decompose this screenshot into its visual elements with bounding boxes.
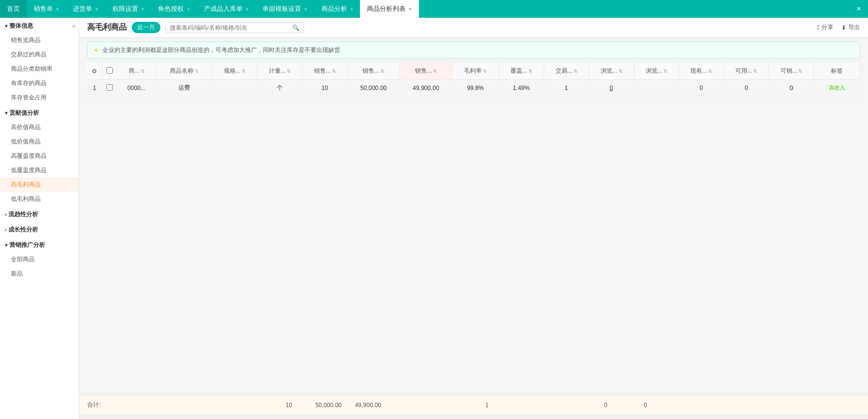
col-stock-sell[interactable]: 可销... ⇅ bbox=[769, 63, 814, 80]
sidebar-item-sales-goods[interactable]: 销售览商品 bbox=[0, 33, 79, 47]
sidebar-item-traded-goods[interactable]: 交易过的商品 bbox=[0, 47, 79, 62]
nav-permission[interactable]: 权限设置 × bbox=[105, 0, 151, 18]
footer-cell-placeholder3 bbox=[190, 402, 229, 409]
sidebar-item-category-rate[interactable]: 商品分类助销率 bbox=[0, 62, 79, 76]
row-checkbox[interactable] bbox=[106, 84, 113, 91]
nav-analysis-list[interactable]: 商品分析列表 × bbox=[360, 0, 418, 18]
close-analysis-list-tab[interactable]: × bbox=[408, 6, 411, 12]
footer-sales-amt: 50,000.00 bbox=[308, 402, 348, 409]
footer-cell-placeholder4 bbox=[229, 402, 269, 409]
col-unit[interactable]: 计量... ⇅ bbox=[257, 63, 302, 80]
sidebar-group-marketing[interactable]: ▾ 营销推广分析 bbox=[0, 237, 79, 252]
sort-stock-sell-icon: ⇅ bbox=[798, 68, 802, 74]
sort-name-icon: ⇅ bbox=[195, 68, 199, 74]
search-icon[interactable]: 🔍 bbox=[292, 24, 300, 31]
col-sales-qty[interactable]: 销售... ⇅ bbox=[302, 63, 347, 80]
cell-stock-avail: 0 bbox=[724, 80, 769, 96]
nav-analysis[interactable]: 商品分析 × bbox=[314, 0, 360, 18]
group-arrow-overview: ▾ bbox=[5, 23, 7, 29]
nav-sales[interactable]: 销售单 × bbox=[27, 0, 66, 18]
cell-sales-amt: 50,000.00 bbox=[347, 80, 400, 96]
table-header-row: ⚙ 商... ⇅ 商品名称 bbox=[87, 63, 860, 80]
cell-sales-cost: 49,900.00 bbox=[400, 80, 452, 96]
sidebar-item-new-goods[interactable]: 新品 bbox=[0, 267, 79, 281]
sidebar-item-low-value[interactable]: 低价值商品 bbox=[0, 135, 79, 149]
sort-coverage-icon: ⇅ bbox=[528, 68, 532, 74]
sidebar-group-growth[interactable]: › 成长性分析 bbox=[0, 222, 79, 237]
content-header: 高毛利商品 近一月 🔍 ⤴ 分享 ⬇ 导出 bbox=[79, 18, 868, 38]
col-sales-cost[interactable]: 销售... ⇅ bbox=[400, 63, 452, 80]
sidebar-item-high-margin[interactable]: 高毛利商品 bbox=[0, 178, 79, 192]
sort-stock-avail-icon: ⇅ bbox=[753, 68, 757, 74]
sidebar-item-high-coverage[interactable]: 高覆盖度商品 bbox=[0, 149, 79, 163]
close-product-stock-tab[interactable]: × bbox=[246, 6, 249, 12]
gear-icon: ⚙ bbox=[92, 68, 97, 75]
sidebar-group-contribution[interactable]: ▾ 贡献值分析 bbox=[0, 105, 79, 120]
sort-sales-cost-icon: ⇅ bbox=[433, 68, 437, 74]
sort-sales-amt-icon: ⇅ bbox=[380, 68, 384, 74]
group-arrow-growth: › bbox=[5, 227, 6, 233]
nav-product-stock[interactable]: 产成品入库单 × bbox=[197, 0, 255, 18]
cell-num: 1 bbox=[87, 80, 102, 96]
bottom-scrollbar[interactable] bbox=[79, 414, 868, 419]
select-all-checkbox[interactable] bbox=[106, 67, 113, 74]
close-sales-tab[interactable]: × bbox=[56, 6, 59, 12]
cell-browse1[interactable]: 0 bbox=[589, 80, 634, 96]
export-button[interactable]: ⬇ 导出 bbox=[841, 23, 860, 32]
footer-cell-placeholder2 bbox=[150, 402, 190, 409]
close-role-tab[interactable]: × bbox=[187, 6, 190, 12]
col-code[interactable]: 商... ⇅ bbox=[117, 63, 156, 80]
sidebar-item-low-coverage[interactable]: 低覆盖度商品 bbox=[0, 163, 79, 178]
sidebar-group-overview[interactable]: ▾ 整体信息 bbox=[0, 18, 79, 33]
info-banner: ✦ 企业的主要的利润都是这部分商品创造的，可考虑加大推广，同时关注库存是不要出现… bbox=[87, 42, 860, 59]
sort-stock-actual-icon: ⇅ bbox=[708, 68, 712, 74]
col-browse1[interactable]: 浏览... ⇅ bbox=[589, 63, 634, 80]
sidebar-item-stock-capital[interactable]: 库存资金占用 bbox=[0, 91, 79, 105]
close-template-tab[interactable]: × bbox=[304, 6, 307, 12]
footer-cell-placeholder1 bbox=[110, 402, 150, 409]
filter-recent-month[interactable]: 近一月 bbox=[132, 22, 160, 33]
col-name[interactable]: 商品名称 ⇅ bbox=[156, 63, 212, 80]
sidebar-item-high-value[interactable]: 高价值商品 bbox=[0, 120, 79, 135]
sidebar-group-trend[interactable]: › 流趋性分析 bbox=[0, 206, 79, 222]
close-purchase-tab[interactable]: × bbox=[95, 6, 98, 12]
sort-browse1-icon: ⇅ bbox=[618, 68, 622, 74]
close-analysis-tab[interactable]: × bbox=[350, 6, 353, 12]
sort-transactions-icon: ⇅ bbox=[573, 68, 577, 74]
share-icon: ⤴ bbox=[817, 24, 819, 31]
sidebar-item-in-stock[interactable]: 有库存的商品 bbox=[0, 76, 79, 91]
nav-global-close[interactable]: × bbox=[850, 4, 868, 13]
close-permission-tab[interactable]: × bbox=[141, 6, 144, 12]
col-gross-rate[interactable]: 毛利率 ⇅ bbox=[452, 63, 499, 80]
cell-tag: 高收入 bbox=[814, 80, 860, 96]
col-coverage[interactable]: 覆盖... ⇅ bbox=[499, 63, 544, 80]
group-arrow-marketing: ▾ bbox=[5, 242, 7, 248]
nav-role[interactable]: 角色授权 × bbox=[151, 0, 197, 18]
search-input[interactable] bbox=[170, 24, 290, 31]
col-sales-amt[interactable]: 销售... ⇅ bbox=[347, 63, 400, 80]
col-checkbox bbox=[102, 63, 117, 80]
footer-placeholder7 bbox=[507, 402, 546, 409]
data-table-container[interactable]: ⚙ 商... ⇅ 商品名称 bbox=[87, 63, 860, 395]
share-button[interactable]: ⤴ 分享 bbox=[817, 23, 833, 32]
footer-total: 合计: 10 50,000.00 49,900.00 1 0 0 bbox=[79, 395, 868, 414]
col-browse2[interactable]: 浏览... ⇅ bbox=[634, 63, 679, 80]
nav-home[interactable]: 首页 bbox=[0, 0, 27, 18]
col-stock-actual[interactable]: 现有... ⇅ bbox=[679, 63, 724, 80]
footer-placeholder6 bbox=[427, 402, 467, 409]
col-stock-avail[interactable]: 可用... ⇅ bbox=[724, 63, 769, 80]
nav-purchase[interactable]: 进货单 × bbox=[66, 0, 105, 18]
sidebar: « ▾ 整体信息 销售览商品 交易过的商品 商品分类助销率 有库存的商品 库存资… bbox=[0, 18, 79, 419]
nav-template[interactable]: 单据模板设置 × bbox=[255, 0, 314, 18]
sidebar-item-low-margin[interactable]: 低毛利商品 bbox=[0, 192, 79, 206]
cell-name[interactable]: 运费 bbox=[156, 80, 212, 96]
cell-code[interactable]: 0000... bbox=[117, 80, 156, 96]
col-spec[interactable]: 规格... ⇅ bbox=[212, 63, 257, 80]
col-gear[interactable]: ⚙ bbox=[87, 63, 102, 80]
sidebar-item-all-goods[interactable]: 全部商品 bbox=[0, 252, 79, 267]
data-table: ⚙ 商... ⇅ 商品名称 bbox=[87, 63, 860, 96]
sort-browse2-icon: ⇅ bbox=[664, 68, 667, 74]
sidebar-collapse-btn[interactable]: « bbox=[72, 22, 76, 30]
footer-label: 合计: bbox=[87, 401, 101, 409]
col-transactions[interactable]: 交易... ⇅ bbox=[544, 63, 589, 80]
